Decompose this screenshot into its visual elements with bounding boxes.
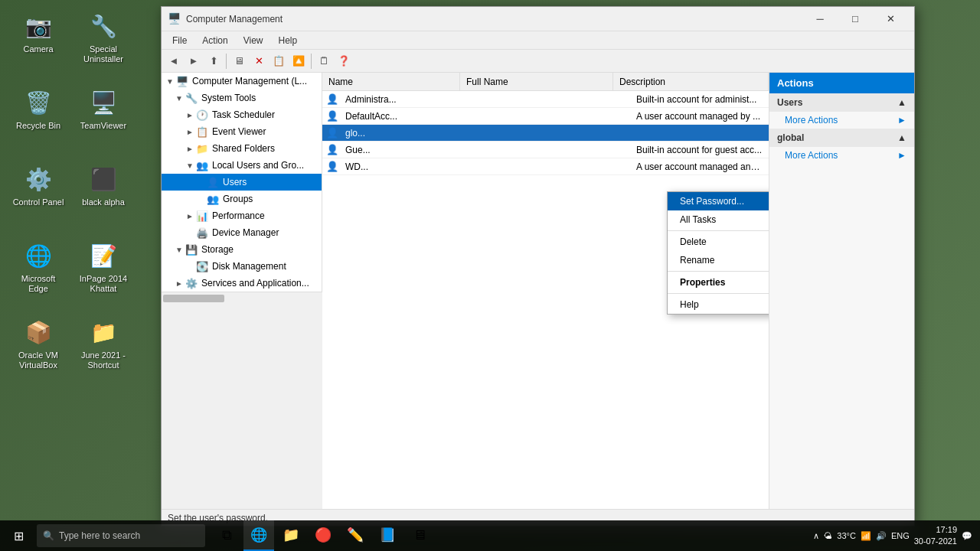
cell-name-defaultaccount: DefaultAcc...: [339, 109, 477, 123]
desktop-icon-virtualbox[interactable]: 📦 Oracle VM VirtualBox: [8, 314, 69, 373]
taskbar-time[interactable]: 17:19 30-07-2021: [914, 524, 957, 548]
edge-icon: 🌐: [23, 240, 54, 271]
inpage-icon: 📝: [88, 240, 119, 271]
list-row-wd[interactable]: 👤 WD... A user account managed and...: [322, 158, 769, 175]
tree-label-device-manager: Device Manager: [212, 227, 279, 238]
window-title: Computer Management: [186, 14, 802, 24]
taskbar-app-stylus[interactable]: ✏️: [340, 520, 371, 551]
tree-item-storage[interactable]: ▼ 💾 Storage: [162, 241, 322, 258]
tree-hscroll-thumb[interactable]: [163, 295, 224, 302]
tree-item-root[interactable]: ▼ 🖥️ Computer Management (L...: [162, 73, 322, 90]
tree-icon-disk-management: 💽: [195, 259, 209, 273]
toolbar-properties[interactable]: 📋: [270, 52, 288, 70]
maximize-button[interactable]: □: [838, 7, 873, 31]
toolbar-forward[interactable]: ►: [185, 52, 203, 70]
toolbar-up[interactable]: ⬆: [204, 52, 223, 70]
toolbar-delete[interactable]: ✕: [250, 52, 268, 70]
taskbar-app-chrome[interactable]: 🌐: [243, 520, 274, 551]
actions-section-global[interactable]: global ▲: [769, 129, 914, 147]
tree-label-performance: Performance: [212, 210, 265, 221]
recycle-bin-icon: 🗑️: [23, 87, 54, 118]
toolbar-note[interactable]: 🗒: [315, 52, 333, 70]
col-header-description[interactable]: Description: [613, 73, 769, 91]
tree-item-performance[interactable]: ► 📊 Performance: [162, 207, 322, 224]
tree-icon-task-scheduler: 🕐: [195, 108, 209, 122]
desktop-icon-black-alpha[interactable]: ⬛ black alpha: [73, 161, 134, 210]
desktop-icon-special-uninstaller[interactable]: 🔧 Special Uninstaller: [73, 8, 134, 67]
actions-global-more-arrow: ►: [897, 150, 906, 161]
actions-users-more[interactable]: More Actions ►: [769, 112, 914, 129]
taskbar-app-opera[interactable]: 🔴: [308, 520, 338, 551]
tree-item-device-manager[interactable]: 🖨️ Device Manager: [162, 224, 322, 241]
taskbar-weather: 🌤: [824, 531, 832, 540]
tree-icon-shared-folders: 📁: [195, 142, 209, 155]
tree-item-users[interactable]: 👤 Users: [162, 174, 322, 191]
taskbar-app-pc[interactable]: 🖥: [404, 520, 435, 551]
ctx-rename[interactable]: Rename: [668, 251, 769, 269]
tree-container: ▼ 🖥️ Computer Management (L... ▼ 🔧 Syste…: [162, 73, 322, 509]
tree-item-event-viewer[interactable]: ► 📋 Event Viewer: [162, 123, 322, 140]
taskbar-chevron[interactable]: ∧: [813, 531, 819, 541]
list-row-guest[interactable]: 👤 Gue... Built-in account for guest acc.…: [322, 142, 769, 158]
ctx-delete[interactable]: Delete: [668, 233, 769, 251]
toolbar-sep2: [311, 54, 312, 69]
minimize-button[interactable]: ─: [802, 7, 838, 31]
tree-icon-services: ⚙️: [185, 276, 198, 290]
actions-section-users[interactable]: Users ▲: [769, 93, 914, 112]
taskbar-lang[interactable]: ENG: [891, 531, 910, 540]
tree-label-disk-management: Disk Management: [212, 261, 286, 272]
menu-file[interactable]: File: [165, 31, 194, 50]
desktop-icon-edge[interactable]: 🌐 Microsoft Edge: [8, 237, 69, 297]
tree-item-groups[interactable]: 👥 Groups: [162, 191, 322, 207]
toolbar-up2[interactable]: 🔼: [289, 52, 308, 70]
tree-item-local-users[interactable]: ▼ 👥 Local Users and Gro...: [162, 157, 322, 174]
ctx-properties[interactable]: Properties: [668, 273, 769, 292]
taskbar-notification[interactable]: 💬: [962, 531, 972, 541]
start-button[interactable]: ⊞: [0, 520, 37, 551]
search-icon: 🔍: [43, 530, 54, 541]
ctx-help[interactable]: Help: [668, 295, 769, 314]
taskbar-app-word[interactable]: 📘: [372, 520, 403, 551]
desktop-icon-inpage[interactable]: 📝 InPage 2014 Khattat: [73, 237, 134, 297]
taskbar-search[interactable]: 🔍 Type here to search: [37, 524, 205, 547]
tree-arrow-system-tools: ▼: [174, 94, 185, 103]
taskbar-system: ∧ 🌤 33°C 📶 🔊 ENG 17:19 30-07-2021 💬: [805, 524, 980, 548]
tree-item-system-tools[interactable]: ▼ 🔧 System Tools: [162, 90, 322, 106]
tree-item-services[interactable]: ► ⚙️ Services and Application...: [162, 275, 322, 292]
tree-hscrollbar[interactable]: [162, 292, 322, 304]
actions-global-more[interactable]: More Actions ►: [769, 147, 914, 164]
list-row-global[interactable]: 👤 glo...: [322, 125, 769, 142]
tree-label-services: Services and Application...: [201, 278, 309, 289]
cell-fullname-global: [477, 132, 630, 135]
taskbar-temp: 33°C: [837, 531, 856, 540]
col-header-fullname[interactable]: Full Name: [460, 73, 613, 91]
menu-help[interactable]: Help: [271, 31, 305, 50]
toolbar-help[interactable]: ❓: [335, 52, 353, 70]
tree-arrow-groups: [195, 195, 206, 204]
cell-desc-wd: A user account managed and...: [630, 160, 769, 174]
toolbar-back[interactable]: ◄: [165, 52, 183, 70]
tree-item-task-scheduler[interactable]: ► 🕐 Task Scheduler: [162, 106, 322, 123]
tree-item-disk-management[interactable]: 💽 Disk Management: [162, 258, 322, 275]
taskbar-app-explorer[interactable]: 📁: [276, 520, 306, 551]
desktop-icon-recycle-bin[interactable]: 🗑️ Recycle Bin: [8, 84, 69, 134]
desktop-icon-teamviewer[interactable]: 🖥️ TeamViewer: [73, 84, 134, 134]
taskbar-app-taskview[interactable]: ⧉: [211, 520, 242, 551]
list-row-defaultaccount[interactable]: 👤 DefaultAcc... A user account managed b…: [322, 108, 769, 125]
toolbar-computer[interactable]: 🖥: [230, 52, 248, 70]
col-header-name[interactable]: Name: [322, 73, 460, 91]
tree-arrow-disk-management: [185, 262, 195, 271]
cell-desc-global: [630, 132, 769, 135]
menu-action[interactable]: Action: [194, 31, 235, 50]
ctx-set-password[interactable]: Set Password...: [668, 192, 769, 210]
close-button[interactable]: ✕: [873, 7, 908, 31]
list-row-administrator[interactable]: 👤 Administra... Built-in account for adm…: [322, 91, 769, 108]
desktop: 📷 Camera 🔧 Special Uninstaller 🗑️ Recycl…: [0, 0, 980, 551]
desktop-icon-june-shortcut[interactable]: 📁 June 2021 - Shortcut: [73, 314, 134, 373]
desktop-icon-control-panel[interactable]: ⚙️ Control Panel: [8, 161, 69, 210]
menu-view[interactable]: View: [236, 31, 271, 50]
tree-arrow-local-users: ▼: [185, 161, 195, 170]
desktop-icon-camera[interactable]: 📷 Camera: [8, 8, 69, 57]
tree-item-shared-folders[interactable]: ► 📁 Shared Folders: [162, 140, 322, 157]
ctx-all-tasks[interactable]: All Tasks ►: [668, 210, 769, 229]
